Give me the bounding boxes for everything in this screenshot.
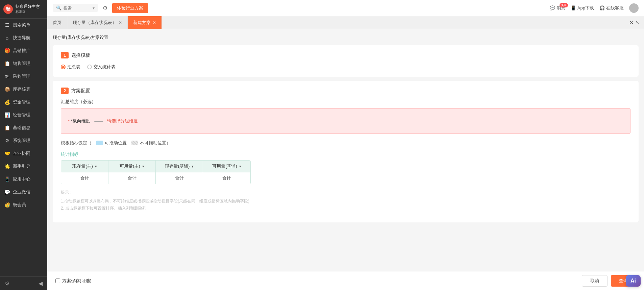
stats-header-cell-1[interactable]: 可用量(主)▾ bbox=[108, 161, 156, 172]
save-checkbox-label[interactable]: 方案保存(可选) bbox=[55, 278, 92, 284]
member-icon: 👑 bbox=[4, 202, 10, 208]
dimension-vertical-label: *纵向维度 bbox=[71, 118, 90, 124]
app-center-icon: 📱 bbox=[4, 176, 10, 182]
finance-label: 资金管理 bbox=[13, 99, 30, 105]
dimension-section-title: 汇总维度（必选） bbox=[61, 99, 630, 105]
purchase-label: 采购管理 bbox=[13, 73, 30, 79]
save-checkbox-input[interactable] bbox=[55, 279, 60, 283]
messages-button[interactable]: 💬 消息 99+ bbox=[550, 5, 565, 11]
user-avatar[interactable] bbox=[629, 3, 639, 13]
quick-nav-label: 快捷导航 bbox=[13, 35, 30, 41]
stats-header-cell-0[interactable]: 现存量(主)▾ bbox=[61, 161, 108, 172]
search-menu-icon: ☰ bbox=[4, 22, 10, 28]
service-label: 在线客服 bbox=[606, 5, 624, 11]
sidebar-item-operations[interactable]: 📊经营管理 bbox=[0, 108, 47, 121]
stats-body-cell-1: 合计 bbox=[108, 172, 156, 184]
member-label: 畅会员 bbox=[13, 202, 26, 208]
sidebar-item-inventory[interactable]: 📦库存核算 bbox=[0, 83, 47, 96]
tab-home[interactable]: 首页 bbox=[47, 16, 67, 29]
stats-header-cell-2[interactable]: 现存量(基辅)▾ bbox=[156, 161, 203, 172]
topbar-search-box[interactable]: 🔍 ▾ bbox=[53, 4, 98, 12]
cooperation-icon: 🤝 bbox=[4, 150, 10, 156]
section-plan-config: 2 方案配置 汇总维度（必选） * *纵向维度 —— 请选择分组维度 模板指标设… bbox=[53, 81, 639, 222]
headset-icon: 🎧 bbox=[599, 5, 605, 10]
purchase-icon: 🛍 bbox=[4, 73, 10, 79]
tips-area: 提示： 1.拖动标题栏可以调整布局，不可跨维度或指标区域拖动拦目字段(只能在同一… bbox=[61, 189, 630, 212]
cancel-button[interactable]: 取消 bbox=[582, 275, 608, 287]
tips-title: 提示： bbox=[61, 189, 630, 196]
close-panel-icon[interactable]: ✕ bbox=[629, 19, 634, 26]
main-area: 🔍 ▾ ⚙ 体验行业方案 💬 消息 99+ 📱 App下载 🎧 在线客服 bbox=[47, 0, 644, 290]
sidebar-item-marketing[interactable]: 🎁营销推广 bbox=[0, 44, 47, 57]
weixin-label: 企业微信 bbox=[13, 189, 30, 195]
expand-icon[interactable]: ⤡ bbox=[636, 19, 640, 26]
footer-bar: 方案保存(可选) 取消 查询 bbox=[47, 271, 644, 290]
marketing-label: 营销推广 bbox=[13, 48, 30, 54]
save-checkbox-text: 方案保存(可选) bbox=[62, 278, 92, 284]
operations-label: 经营管理 bbox=[13, 112, 30, 118]
dimension-placeholder: 请选择分组维度 bbox=[107, 118, 138, 124]
sidebar-item-system[interactable]: ⚙系统管理 bbox=[0, 134, 47, 147]
app-center-label: 应用中心 bbox=[13, 176, 30, 182]
ai-button[interactable]: Ai bbox=[626, 275, 641, 287]
tip-item-2: 2. 点击标题栏下拉可设置排序、插入列和删除列 bbox=[61, 205, 630, 212]
stats-header-cell-3[interactable]: 可用量(基辅)▾ bbox=[203, 161, 250, 172]
tip-item-1: 1.拖动标题栏可以调整布局，不可跨维度或指标区域拖动拦目字段(只能在同一维度或指… bbox=[61, 198, 630, 205]
marketing-icon: 🎁 bbox=[4, 48, 10, 54]
sidebar-item-search-menu[interactable]: ☰搜索菜单 bbox=[0, 19, 47, 31]
new-plan-tab-label: 新建方案 bbox=[133, 20, 151, 26]
cooperation-label: 企业协同 bbox=[13, 150, 30, 156]
tab-inventory-status[interactable]: 现存量（库存状况表） ✕ bbox=[67, 16, 128, 29]
sidebar-item-app-center[interactable]: 📱应用中心 bbox=[0, 173, 47, 186]
sidebar-item-quick-nav[interactable]: ⌂快捷导航 bbox=[0, 31, 47, 44]
trial-industry-button[interactable]: 体验行业方案 bbox=[112, 3, 148, 13]
stats-body-cell-3: 合计 bbox=[203, 172, 250, 184]
dimension-box[interactable]: * *纵向维度 —— 请选择分组维度 bbox=[61, 108, 630, 134]
settings-icon[interactable]: ⚙ bbox=[5, 280, 9, 287]
sidebar-item-newbie[interactable]: 🌟新手引导 bbox=[0, 160, 47, 173]
stats-body-cell-2: 合计 bbox=[156, 172, 203, 184]
search-input[interactable] bbox=[64, 6, 91, 10]
draggable-label: 可拖动位置 bbox=[105, 140, 127, 146]
sidebar-item-purchase[interactable]: 🛍采购管理 bbox=[0, 70, 47, 83]
tab-new-plan[interactable]: 新建方案 ✕ bbox=[128, 16, 162, 29]
basic-info-icon: 📋 bbox=[4, 125, 10, 131]
sidebar-item-cooperation[interactable]: 🤝企业协同 bbox=[0, 147, 47, 160]
online-service-button[interactable]: 🎧 在线客服 bbox=[599, 5, 624, 11]
inventory-tab-label: 现存量（库存状况表） bbox=[73, 20, 117, 26]
sidebar-item-basic-info[interactable]: 📋基础信息 bbox=[0, 121, 47, 134]
newbie-icon: 🌟 bbox=[4, 163, 10, 169]
page-title: 现存量(库存状况表)方案设置 bbox=[53, 34, 639, 41]
app-name: 畅康通好生意 bbox=[16, 4, 40, 9]
nodrag-indicator: 不可拖动位置） bbox=[131, 140, 171, 146]
phone-icon: 📱 bbox=[571, 5, 576, 10]
inventory-tab-close-icon[interactable]: ✕ bbox=[119, 20, 122, 25]
logo-icon: 畅 bbox=[3, 4, 13, 14]
messages-badge: 99+ bbox=[560, 3, 568, 7]
stats-section-label: 统计指标 bbox=[61, 151, 630, 158]
radio-cross-label: 交叉统计表 bbox=[94, 64, 116, 70]
step2-header: 2 方案配置 bbox=[61, 88, 630, 94]
system-label: 系统管理 bbox=[13, 138, 30, 144]
indicator-label: 模板指标设定（ bbox=[61, 140, 92, 146]
sidebar-item-finance[interactable]: 💰资金管理 bbox=[0, 96, 47, 108]
finance-icon: 💰 bbox=[4, 99, 10, 105]
stats-section: 统计指标 现存量(主)▾可用量(主)▾现存量(基辅)▾可用量(基辅)▾ 合计合计… bbox=[61, 151, 630, 184]
radio-summary[interactable]: 汇总表 bbox=[61, 64, 80, 70]
radio-cross-circle bbox=[87, 65, 92, 69]
sidebar-item-weixin[interactable]: 💬企业微信 bbox=[0, 186, 47, 198]
draggable-indicator: 可拖动位置 bbox=[96, 140, 127, 146]
app-download-button[interactable]: 📱 App下载 bbox=[571, 5, 594, 11]
radio-cross[interactable]: 交叉统计表 bbox=[87, 64, 116, 70]
new-plan-tab-close-icon[interactable]: ✕ bbox=[153, 20, 156, 25]
sidebar-item-sales[interactable]: 📋销售管理 bbox=[0, 57, 47, 70]
tab-expand-controls: ✕ ⤡ bbox=[625, 19, 644, 26]
operations-icon: 📊 bbox=[4, 112, 10, 118]
app-download-label: App下载 bbox=[577, 5, 594, 11]
collapse-icon[interactable]: ◀ bbox=[39, 280, 43, 287]
sidebar-item-member[interactable]: 👑畅会员 bbox=[0, 198, 47, 211]
message-icon: 💬 bbox=[550, 5, 555, 10]
weixin-icon: 💬 bbox=[4, 189, 10, 195]
step1-badge: 1 bbox=[61, 52, 69, 58]
gear-icon[interactable]: ⚙ bbox=[103, 5, 107, 11]
